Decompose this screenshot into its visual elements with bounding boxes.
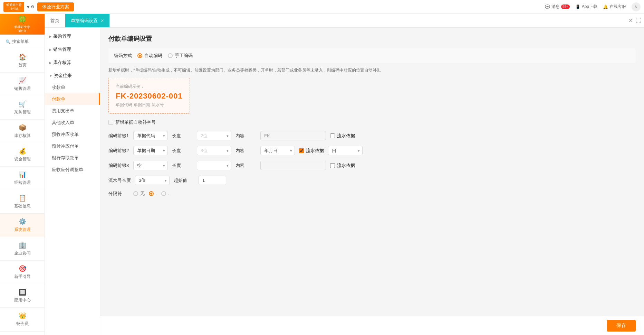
sidebar-item-apps[interactable]: 🔲 应用中心	[0, 284, 45, 308]
group-sales-title[interactable]: ▶ 销售管理	[45, 44, 100, 55]
secondary-sidebar: ▶ 采购管理 ▶ 销售管理 ▶ 库存核算	[45, 28, 100, 335]
group-inventory-arrow: ▶	[49, 61, 52, 65]
group-purchase-title[interactable]: ▶ 采购管理	[45, 30, 100, 42]
prefix2-length-label: 长度	[172, 148, 193, 154]
main-content: 付款单编码设置 编码方式 自动编码 手工编码	[100, 28, 644, 316]
serial-length-row: 流水号长度 3位 起始值	[108, 176, 636, 185]
sidebar-item-inventory[interactable]: 📦 库存核算	[0, 120, 45, 143]
tab-home[interactable]: 首页	[45, 14, 65, 27]
group-sales-arrow: ▶	[49, 48, 52, 52]
sidebar-item-prepayment-receive[interactable]: 预收冲应收单	[45, 129, 100, 140]
top-bar-left: 畅通好生意插件版 ▾ ⚙ 体验行业方案	[3, 2, 74, 12]
sep-dash-radio[interactable]: -	[149, 191, 157, 196]
sep-dot-radio[interactable]: ·	[161, 191, 170, 196]
sidebar-item-home[interactable]: 🏠 首页	[0, 49, 45, 73]
group-inventory-title[interactable]: ▶ 库存核算	[45, 57, 100, 68]
prefix1-length-select[interactable]: 2位	[197, 131, 231, 140]
prefix2-length-select[interactable]: 8位	[197, 146, 231, 155]
prefix1-label: 编码前缀1	[108, 133, 129, 139]
prefix2-serial-label: 流水依据	[306, 148, 324, 154]
left-sidebar: 🍀 畅通好生意插件版 🔍 搜索菜单 🏠 首页 📈 销售管理 🛒 采购管理 📦 库…	[0, 14, 45, 335]
prefix1-content-label: 内容	[236, 133, 256, 139]
sidebar-search[interactable]: 🔍 搜索菜单	[0, 35, 45, 49]
tab-expand-icon[interactable]: ⛶	[636, 18, 641, 24]
app-download-btn[interactable]: 📱 App下载	[575, 4, 597, 10]
search-menu-btn[interactable]: 🔍 搜索菜单	[3, 37, 42, 46]
sidebar-item-bank[interactable]: 银行存取款单	[45, 152, 100, 164]
inner-layout: ▶ 采购管理 ▶ 销售管理 ▶ 库存核算	[45, 28, 644, 335]
group-capital: ▼ 资金往来 收款单 付款单 费用支出单 其他收入单 预收冲应收单 预付冲应付单…	[45, 70, 100, 176]
save-button[interactable]: 保存	[607, 320, 636, 332]
separator-row: 分隔符 无 - ·	[108, 190, 636, 197]
online-service-btn[interactable]: 🔔 在线客服	[603, 4, 626, 10]
group-capital-arrow: ▼	[49, 74, 52, 78]
purchase-icon: 🛒	[19, 100, 26, 108]
prefix2-content-select[interactable]: 年月日	[260, 146, 295, 155]
auto-fill-checkbox[interactable]	[108, 120, 113, 125]
prefix3-content-label: 内容	[236, 162, 256, 169]
sidebar-item-other-income[interactable]: 其他收入单	[45, 117, 100, 129]
sidebar-logo: 🍀 畅通好生意插件版	[0, 14, 45, 35]
info-text: 新增单据时，*单据编码*自动生成，不可编辑。前缀设置为部门、业务员等档案类，开单…	[108, 67, 636, 74]
sidebar-item-purchase[interactable]: 🛒 采购管理	[0, 96, 45, 120]
auto-encode-dot	[137, 53, 142, 58]
prefix1-select-wrapper: 单据代码	[133, 131, 168, 140]
sidebar-item-adjustment[interactable]: 应收应付调整单	[45, 164, 100, 176]
sidebar-item-expense[interactable]: 费用支出单	[45, 105, 100, 117]
prefix2-select[interactable]: 单据日期	[133, 146, 168, 155]
prefix2-content-label: 内容	[236, 148, 256, 154]
prefix1-length-wrapper: 2位	[197, 131, 231, 140]
start-value-input[interactable]	[199, 176, 226, 185]
prefix1-serial-checkbox[interactable]	[330, 133, 335, 138]
main-panel: 付款单编码设置 编码方式 自动编码 手工编码	[100, 28, 644, 335]
serial-length-select[interactable]: 3位	[135, 176, 170, 185]
sidebar-item-enterprise[interactable]: 🏢 企业协同	[0, 237, 45, 261]
prefix3-select-wrapper: 空	[133, 161, 168, 170]
sidebar-item-receipt[interactable]: 收款单	[45, 82, 100, 93]
content-area: 首页 单据编码设置 ✕ ✕ ⛶ ▶ 采购管理	[45, 14, 644, 335]
example-code: FK-20230602-001	[116, 92, 183, 101]
settings-icon[interactable]: ⚙	[31, 4, 35, 9]
sidebar-item-payment[interactable]: 付款单	[45, 93, 100, 105]
sidebar-item-basic[interactable]: 📋 基础信息	[0, 190, 45, 214]
sidebar-item-prepayment-pay[interactable]: 预付冲应付单	[45, 140, 100, 152]
prefix3-serial-checkbox[interactable]	[330, 163, 335, 168]
start-value-label: 起始值	[174, 177, 194, 184]
user-avatar[interactable]: N	[632, 2, 641, 11]
sep-none-radio[interactable]: 无	[133, 190, 145, 197]
auto-encode-radio[interactable]: 自动编码	[137, 53, 162, 59]
sidebar-item-operations[interactable]: 📊 经营管理	[0, 167, 45, 190]
group-purchase: ▶ 采购管理	[45, 30, 100, 42]
trial-btn[interactable]: 体验行业方案	[37, 2, 74, 11]
prefix2-serial-unit-wrapper: 日	[328, 146, 363, 155]
tab-close-icon[interactable]: ✕	[100, 18, 104, 23]
sidebar-item-system[interactable]: ⚙️ 系统管理	[0, 214, 45, 237]
manual-encode-dot	[168, 53, 173, 58]
messages-btn[interactable]: 💬 消息 99+	[545, 4, 570, 10]
group-capital-title[interactable]: ▼ 资金往来	[45, 70, 100, 82]
prefix3-length-wrapper	[197, 161, 231, 170]
sidebar-item-newbie[interactable]: 🎯 新手引导	[0, 261, 45, 284]
tab-minimize-icon[interactable]: ✕	[628, 17, 633, 24]
prefix2-row: 编码前缀2 单据日期 长度 8位 内容	[108, 146, 636, 155]
prefix1-length-label: 长度	[172, 133, 193, 139]
prefix2-content-wrapper: 年月日	[260, 146, 295, 155]
prefix3-length-select[interactable]	[197, 161, 231, 170]
sidebar-item-sales[interactable]: 📈 销售管理	[0, 73, 45, 96]
basic-icon: 📋	[19, 194, 26, 202]
example-box: 当前编码示例： FK-20230602-001 单据代码-单据日期-流水号	[108, 78, 190, 114]
nav-dropdown[interactable]: ▾	[27, 4, 29, 10]
prefix2-serial-checkbox[interactable]	[299, 148, 304, 153]
manual-encode-radio[interactable]: 手工编码	[168, 53, 193, 59]
main-layout: 🍀 畅通好生意插件版 🔍 搜索菜单 🏠 首页 📈 销售管理 🛒 采购管理 📦 库…	[0, 14, 644, 335]
sep-none-dot	[133, 191, 138, 196]
newbie-icon: 🎯	[19, 265, 26, 272]
sidebar-item-finance[interactable]: 💰 资金管理	[0, 143, 45, 167]
prefix1-select[interactable]: 单据代码	[133, 131, 168, 140]
encode-method-row: 编码方式 自动编码 手工编码	[108, 48, 636, 63]
auto-fill-row: 新增单据自动补空号	[108, 119, 636, 125]
prefix3-select[interactable]: 空	[133, 161, 168, 170]
prefix2-serial-unit-select[interactable]: 日	[328, 146, 363, 155]
tab-encode-settings[interactable]: 单据编码设置 ✕	[65, 14, 110, 27]
sidebar-item-member[interactable]: 👑 畅会员	[0, 308, 45, 331]
